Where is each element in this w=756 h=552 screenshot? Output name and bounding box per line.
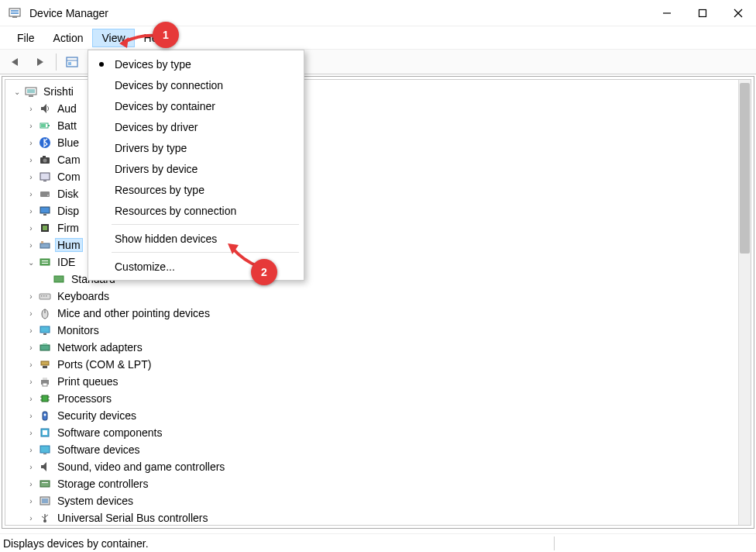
svg-rect-42 — [43, 333, 46, 335]
svg-rect-22 — [43, 181, 46, 181]
svg-rect-33 — [42, 263, 48, 264]
tree-item[interactable]: ›Ports (COM & LPT) — [26, 356, 751, 373]
collapse-icon[interactable]: ⌄ — [26, 258, 36, 267]
svg-rect-41 — [40, 326, 50, 333]
tree-item[interactable]: ›Security devices — [26, 407, 751, 424]
forward-button[interactable] — [29, 52, 51, 72]
expand-icon[interactable]: › — [26, 224, 36, 233]
usb-icon — [38, 511, 52, 525]
svg-rect-50 — [42, 395, 48, 402]
menu-action[interactable]: Action — [44, 29, 93, 47]
tree-item[interactable]: ›Monitors — [26, 322, 751, 339]
expand-icon[interactable]: › — [26, 190, 36, 198]
svg-rect-16 — [41, 124, 46, 127]
expand-icon[interactable]: › — [26, 326, 36, 335]
expand-icon[interactable]: › — [26, 207, 36, 216]
svg-rect-38 — [46, 295, 47, 297]
tree-item[interactable]: ›Network adapters — [26, 339, 751, 356]
window-title: Device Manager — [29, 7, 108, 19]
svg-rect-45 — [41, 361, 49, 365]
svg-point-19 — [43, 159, 47, 163]
ports-icon — [38, 357, 52, 371]
svg-rect-49 — [43, 383, 47, 386]
view-dropdown: Devices by type Devices by connection De… — [88, 50, 304, 281]
window-controls — [649, 0, 756, 26]
dd-resources-by-type[interactable]: Resources by type — [88, 179, 304, 200]
dd-devices-by-driver[interactable]: Devices by driver — [88, 116, 304, 137]
tree-item[interactable]: ›Universal Serial Bus controllers — [26, 509, 751, 526]
callout-badge-1: 1 — [153, 22, 179, 48]
collapse-icon[interactable]: ⌄ — [12, 88, 22, 96]
tree-item[interactable]: ›Sound, video and game controllers — [26, 458, 751, 475]
menubar: File Action View Help — [0, 26, 756, 50]
back-button[interactable] — [5, 52, 26, 72]
display-icon — [38, 204, 52, 218]
svg-rect-29 — [40, 243, 50, 248]
svg-rect-3 — [12, 16, 17, 18]
expand-icon[interactable]: › — [26, 446, 36, 454]
expand-icon[interactable]: › — [26, 139, 36, 147]
expand-icon[interactable]: › — [26, 361, 36, 369]
menu-file[interactable]: File — [8, 29, 44, 47]
bullet-icon — [99, 62, 104, 67]
tree-item[interactable]: ›Processors — [26, 390, 751, 407]
expand-icon[interactable]: › — [26, 292, 36, 301]
dd-drivers-by-type[interactable]: Drivers by type — [88, 137, 304, 158]
dropdown-separator — [112, 252, 299, 253]
expand-icon[interactable]: › — [26, 309, 36, 318]
expand-icon[interactable]: › — [26, 241, 36, 250]
expand-icon[interactable]: › — [26, 378, 36, 386]
dd-devices-by-type[interactable]: Devices by type — [88, 53, 304, 74]
callout-badge-2: 2 — [251, 259, 277, 285]
bluetooth-icon — [38, 136, 52, 150]
dd-resources-by-connection[interactable]: Resources by connection — [88, 200, 304, 221]
svg-rect-12 — [27, 89, 35, 93]
tree-item[interactable]: ›Software devices — [26, 441, 751, 458]
expand-icon[interactable]: › — [26, 395, 36, 403]
tree-item[interactable]: ›Print queues — [26, 373, 751, 390]
expand-icon[interactable]: › — [26, 480, 36, 488]
close-button[interactable] — [720, 0, 756, 26]
expand-icon[interactable]: › — [26, 173, 36, 181]
svg-rect-48 — [43, 378, 47, 380]
expand-icon[interactable]: › — [26, 463, 36, 471]
dd-devices-by-connection[interactable]: Devices by connection — [88, 74, 304, 95]
storage-icon — [38, 477, 52, 491]
svg-rect-62 — [42, 482, 48, 483]
expand-icon[interactable]: › — [26, 105, 36, 113]
tree-item[interactable]: ›Mice and other pointing devices — [26, 305, 751, 322]
tree-item[interactable]: ›Software components — [26, 424, 751, 441]
tree-item[interactable]: ›System devices — [26, 492, 751, 509]
statusbar-separator — [554, 536, 555, 550]
svg-rect-5 — [699, 9, 706, 16]
dd-drivers-by-device[interactable]: Drivers by device — [88, 158, 304, 179]
svg-rect-32 — [42, 260, 48, 261]
expand-icon[interactable]: › — [26, 156, 36, 164]
expand-icon[interactable]: › — [26, 412, 36, 420]
monitor-icon — [38, 323, 52, 337]
statusbar-text: Displays devices by container. — [3, 537, 149, 550]
expand-icon[interactable]: › — [26, 122, 36, 130]
svg-rect-30 — [41, 241, 43, 243]
expand-icon[interactable]: › — [26, 514, 36, 523]
svg-rect-37 — [43, 295, 45, 297]
tree-item[interactable]: ›Keyboards — [26, 288, 751, 305]
svg-rect-36 — [41, 295, 43, 297]
vertical-scrollbar[interactable] — [738, 80, 751, 525]
expand-icon[interactable]: › — [26, 429, 36, 437]
svg-rect-1 — [11, 10, 19, 12]
maximize-button[interactable] — [685, 0, 720, 26]
dd-devices-by-container[interactable]: Devices by container — [88, 95, 304, 116]
toolbar-separator — [56, 53, 57, 71]
expand-icon[interactable]: › — [26, 497, 36, 505]
minimize-button[interactable] — [649, 0, 685, 26]
scrollbar-thumb[interactable] — [740, 83, 750, 254]
dd-show-hidden[interactable]: Show hidden devices — [88, 228, 304, 249]
firmware-icon — [38, 221, 52, 235]
svg-rect-31 — [40, 259, 50, 265]
app-icon — [8, 6, 22, 20]
expand-icon[interactable]: › — [26, 343, 36, 352]
tree-item[interactable]: ›Storage controllers — [26, 475, 751, 492]
processor-icon — [38, 392, 52, 405]
properties-button[interactable] — [61, 52, 83, 72]
